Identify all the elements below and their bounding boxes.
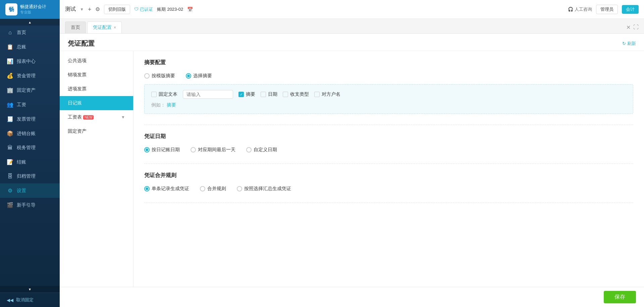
merge-rules-title: 凭证合并规则 [144, 172, 633, 179]
app-logo: 畅 畅捷通好会计 专业版 [0, 0, 60, 19]
consult-btn[interactable]: 🎧 人工咨询 [568, 6, 592, 12]
radio-by-template-label: 按模版摘要 [152, 73, 175, 79]
divider-3 [144, 203, 633, 203]
sidebar-label-general-ledger: 总账 [17, 44, 26, 50]
checkbox-date[interactable]: 日期 [261, 91, 277, 97]
sidebar-label-report-center: 报表中心 [17, 58, 36, 64]
checkbox-fixed-text[interactable]: 固定文本 [151, 91, 177, 97]
radio-merge-rules-circle [200, 186, 205, 191]
left-nav-sales-invoice[interactable]: 销项发票 [60, 68, 133, 82]
sidebar-item-payroll[interactable]: 👥 工资 [0, 97, 60, 112]
user-btn[interactable]: 管理员 [596, 5, 618, 14]
logo-icon: 畅 [5, 3, 17, 15]
radio-single-record-circle [144, 186, 150, 191]
settings-gear-btn[interactable]: ⚙ [95, 6, 100, 12]
radio-by-journal-date[interactable]: 按日记账日期 [144, 147, 180, 153]
sidebar-item-home[interactable]: ⌂ 首页 [0, 26, 60, 40]
radio-select-summary[interactable]: 选择摘要 [186, 73, 212, 79]
tab-home[interactable]: 首页 [65, 21, 86, 33]
radio-custom-date[interactable]: 自定义日期 [246, 147, 277, 153]
fixed-text-input[interactable] [183, 90, 233, 99]
sidebar-item-invoice-management[interactable]: 🧾 发票管理 [0, 112, 60, 126]
sidebar-item-archive[interactable]: 🗄 归档管理 [0, 169, 60, 183]
radio-select-summary-label: 选择摘要 [193, 73, 212, 79]
refresh-icon: ↻ [622, 41, 626, 46]
workspace-dropdown[interactable]: ▼ [80, 7, 84, 12]
sidebar-item-fixed-assets[interactable]: 🏢 固定资产 [0, 83, 60, 97]
sidebar-item-beginner-guide[interactable]: 🎬 新手引导 [0, 198, 60, 212]
merge-rules-radio-group: 单条记录生成凭证 合并规则 按照选择汇总生成凭证 [144, 186, 633, 192]
home-icon: ⌂ [7, 30, 13, 36]
shield-icon: 🛡 [134, 7, 139, 12]
refresh-btn[interactable]: ↻ 刷新 [622, 41, 636, 47]
sidebar-item-settlement[interactable]: 📝 结账 [0, 155, 60, 169]
archive-icon: 🗄 [7, 173, 13, 179]
radio-single-record[interactable]: 单条记录生成凭证 [144, 186, 189, 192]
sidebar-item-purchase-sale[interactable]: 📦 进销台账 [0, 126, 60, 141]
save-btn[interactable]: 保存 [604, 291, 636, 303]
checkbox-summary[interactable]: 摘要 [238, 91, 255, 97]
radio-by-journal-date-label: 按日记账日期 [152, 147, 180, 153]
scroll-down-btn[interactable]: ▼ [0, 286, 60, 293]
cancel-fixed-icon: ◀◀ [7, 298, 13, 303]
content-area: 凭证配置 ↻ 刷新 公共选项 销项发票 进项发票 日记账 [60, 34, 644, 307]
left-nav-journal[interactable]: 日记账 [60, 96, 133, 110]
sidebar-label-tax-management: 税务管理 [17, 145, 36, 151]
left-nav-purchase-invoice[interactable]: 进项发票 [60, 82, 133, 96]
certified-badge: 🛡 已认证 [134, 6, 153, 12]
tab-voucher-config[interactable]: 凭证配置 × [87, 21, 122, 33]
left-nav-fixed-assets[interactable]: 固定资产 [60, 124, 133, 138]
sidebar-item-general-ledger[interactable]: 📋 总账 [0, 40, 60, 54]
tab-close-btn[interactable]: × [114, 25, 116, 30]
summary-config-row: 固定文本 摘要 日期 [151, 90, 626, 99]
sidebar-item-tax-management[interactable]: 🏛 税务管理 [0, 141, 60, 155]
radio-by-selection[interactable]: 按照选择汇总生成凭证 [237, 186, 291, 192]
settings-icon: ⚙ [7, 187, 13, 194]
refresh-label: 刷新 [627, 41, 636, 47]
left-nav-salary-table[interactable]: 工资表 NEW ▼ [60, 110, 133, 124]
radio-last-day-label: 对应期间最后一天 [198, 147, 235, 153]
voucher-date-section: 凭证日期 按日记账日期 对应期间最后一天 自定义日期 [144, 133, 633, 153]
add-workspace-btn[interactable]: + [88, 6, 92, 12]
switch-old-btn[interactable]: 切到旧版 [104, 5, 130, 14]
sidebar-item-settings[interactable]: ⚙ 设置 [0, 183, 60, 198]
cancel-fixed-btn[interactable]: ◀◀ 取消固定 [0, 293, 60, 307]
divider-2 [144, 164, 633, 164]
account-btn[interactable]: 会计 [622, 5, 639, 14]
sidebar-item-report-center[interactable]: 📊 报表中心 [0, 54, 60, 69]
right-panel: 摘要配置 按模版摘要 选择摘要 [133, 51, 644, 287]
radio-merge-rules[interactable]: 合并规则 [200, 186, 226, 192]
tab-close-all-btn[interactable]: ✕ [626, 24, 631, 31]
sidebar-label-archive: 归档管理 [17, 173, 36, 179]
checkbox-counterpart-label: 对方户名 [322, 91, 340, 97]
radio-custom-date-circle [246, 147, 252, 152]
example-row: 例如： 摘要 [151, 102, 626, 108]
scroll-up-btn[interactable]: ▲ [0, 19, 60, 26]
app-name: 畅捷通好会计 [20, 4, 46, 10]
two-panel: 公共选项 销项发票 进项发票 日记账 工资表 NEW ▼ [60, 51, 644, 287]
sidebar-item-fund-management[interactable]: 💰 资金管理 [0, 69, 60, 83]
page-header: 凭证配置 ↻ 刷新 [60, 34, 644, 51]
sidebar-label-settings: 设置 [17, 188, 26, 194]
consult-label: 人工咨询 [575, 6, 592, 12]
sidebar-label-home: 首页 [17, 30, 26, 36]
radio-last-day[interactable]: 对应期间最后一天 [191, 147, 235, 153]
tab-home-label: 首页 [71, 25, 80, 31]
divider-1 [144, 125, 633, 125]
checkbox-counterpart[interactable]: 对方户名 [314, 91, 340, 97]
calendar-icon[interactable]: 📅 [187, 7, 193, 12]
radio-by-template[interactable]: 按模版摘要 [144, 73, 175, 79]
summary-config-box: 固定文本 摘要 日期 [144, 84, 633, 114]
logo-text-container: 畅捷通好会计 专业版 [20, 4, 46, 15]
radio-select-summary-circle [186, 73, 191, 79]
tab-expand-btn[interactable]: ⛶ [633, 24, 639, 31]
checkbox-date-box [261, 92, 266, 97]
summary-config-section: 摘要配置 按模版摘要 选择摘要 [144, 59, 633, 114]
checkbox-summary-box [238, 92, 244, 97]
assets-icon: 🏢 [7, 87, 13, 93]
summary-radio-group: 按模版摘要 选择摘要 [144, 73, 633, 79]
sidebar-scroll: ⌂ 首页 📋 总账 📊 报表中心 💰 资金管理 🏢 固定资产 👥 工资 🧾 发票… [0, 26, 60, 286]
left-nav-public[interactable]: 公共选项 [60, 54, 133, 68]
voucher-date-title: 凭证日期 [144, 133, 633, 140]
checkbox-payment-type[interactable]: 收支类型 [283, 91, 309, 97]
